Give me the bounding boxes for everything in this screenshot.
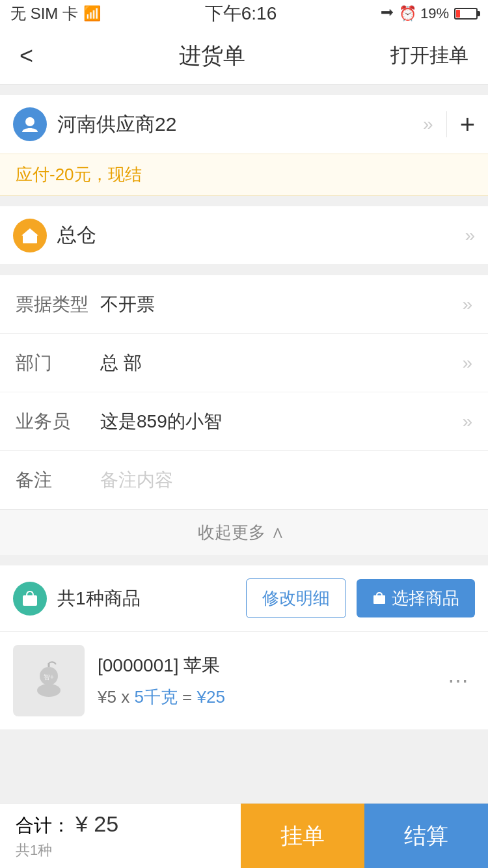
status-time: 下午6:16 <box>205 1 277 26</box>
remark-label: 备注 <box>16 468 100 493</box>
product-count: 共1种商品 <box>57 586 246 611</box>
supplier-divider <box>446 111 447 137</box>
add-button[interactable]: + <box>460 110 475 139</box>
dept-value: 总 部 <box>100 351 462 375</box>
bottom-spacer <box>0 729 488 794</box>
status-bar: 无 SIM 卡 📶 下午6:16 ⮕ ⏰ 19% <box>0 0 488 27</box>
invoice-chevron-icon: » <box>462 294 472 315</box>
invoice-label: 票据类型 <box>16 292 100 317</box>
svg-marker-2 <box>21 228 38 236</box>
total-count: 共1种 <box>16 841 225 860</box>
invoice-row[interactable]: 票据类型 不开票 » <box>0 275 488 334</box>
warehouse-section: 总仓 » <box>0 206 488 265</box>
collapse-label: 收起更多 ∧ <box>198 521 284 544</box>
product-section-icon <box>13 582 47 616</box>
select-product-label: 选择商品 <box>392 587 459 610</box>
alarm-icon: ⏰ <box>399 5 416 22</box>
product-header: 共1种商品 修改明细 选择商品 <box>0 565 488 632</box>
remark-input[interactable]: 备注内容 <box>100 468 472 493</box>
bottom-bar: 合计： ¥ 25 共1种 挂单 结算 <box>0 803 488 868</box>
collapse-bar[interactable]: 收起更多 ∧ <box>0 509 488 555</box>
open-pending-button[interactable]: 打开挂单 <box>390 42 468 69</box>
location-icon: ⮕ <box>381 5 395 22</box>
warehouse-svg <box>20 226 40 245</box>
more-options-icon[interactable]: ⋯ <box>441 662 475 699</box>
battery-fill <box>456 10 460 18</box>
product-code: [0000001] <box>98 655 183 675</box>
product-section: 共1种商品 修改明细 选择商品 智+ [0000001] 苹果 <box>0 565 488 729</box>
dept-chevron-icon: » <box>462 353 472 373</box>
sales-value: 这是859的小智 <box>100 409 462 434</box>
sales-row[interactable]: 业务员 这是859的小智 » <box>0 392 488 451</box>
total-section: 合计： ¥ 25 共1种 <box>0 804 241 868</box>
page-title: 进货单 <box>179 41 245 71</box>
product-title: 苹果 <box>183 655 220 675</box>
product-thumbnail: 智+ <box>13 645 85 716</box>
svg-rect-3 <box>27 239 33 243</box>
sales-label: 业务员 <box>16 409 100 434</box>
status-right: ⮕ ⏰ 19% <box>381 5 478 22</box>
checkout-button[interactable]: 结算 <box>364 804 488 868</box>
invoice-value: 不开票 <box>100 292 462 317</box>
remark-row[interactable]: 备注 备注内容 <box>0 451 488 509</box>
battery-icon <box>454 8 478 20</box>
form-section: 票据类型 不开票 » 部门 总 部 » 业务员 这是859的小智 » 备注 备注… <box>0 275 488 509</box>
gap-2 <box>0 196 488 206</box>
gap-3 <box>0 265 488 275</box>
edit-detail-button[interactable]: 修改明细 <box>246 578 346 618</box>
nav-bar: < 进货单 打开挂单 <box>0 27 488 85</box>
total-amount: ¥ 25 <box>75 811 118 837</box>
supplier-section: 河南供应商22 » + 应付-20元，现结 <box>0 95 488 196</box>
product-name: [0000001] 苹果 <box>98 653 441 678</box>
shopping-icon <box>20 589 40 608</box>
back-button[interactable]: < <box>20 42 33 70</box>
status-left: 无 SIM 卡 📶 <box>10 3 101 24</box>
unit-price: ¥5 x <box>98 687 134 707</box>
warehouse-name: 总仓 <box>57 222 465 249</box>
supplier-avatar <box>13 107 47 141</box>
select-product-button[interactable]: 选择商品 <box>357 579 475 617</box>
warehouse-row[interactable]: 总仓 » <box>0 206 488 265</box>
product-info: [0000001] 苹果 ¥5 x 5千克 = ¥25 <box>98 653 441 709</box>
dept-label: 部门 <box>16 351 100 375</box>
wifi-icon: 📶 <box>83 5 101 22</box>
supplier-row[interactable]: 河南供应商22 » + <box>0 95 488 154</box>
notice-bar: 应付-20元，现结 <box>0 154 488 196</box>
svg-point-9 <box>37 684 61 697</box>
sales-chevron-icon: » <box>462 411 472 432</box>
warehouse-icon <box>13 219 47 252</box>
svg-text:智+: 智+ <box>44 673 54 681</box>
svg-point-0 <box>25 117 34 126</box>
warehouse-chevron-icon: » <box>465 225 475 246</box>
svg-rect-4 <box>23 595 37 606</box>
pending-button[interactable]: 挂单 <box>241 804 364 868</box>
quantity: 5千克 <box>134 687 177 707</box>
product-item: 智+ [0000001] 苹果 ¥5 x 5千克 = ¥25 ⋯ <box>0 632 488 729</box>
battery-percent: 19% <box>420 5 449 22</box>
gap-1 <box>0 85 488 95</box>
dept-row[interactable]: 部门 总 部 » <box>0 334 488 392</box>
supplier-chevron-icon: » <box>423 114 433 135</box>
product-price: ¥5 x 5千克 = ¥25 <box>98 686 441 709</box>
carrier-text: 无 SIM 卡 <box>10 3 78 24</box>
total-price: ¥25 <box>197 687 225 707</box>
equals: = <box>182 687 197 707</box>
user-icon <box>20 114 40 135</box>
supplier-name: 河南供应商22 <box>57 111 423 138</box>
product-thumb-icon: 智+ <box>26 658 72 703</box>
total-label: 合计： <box>16 813 70 838</box>
cart-icon <box>372 591 386 606</box>
